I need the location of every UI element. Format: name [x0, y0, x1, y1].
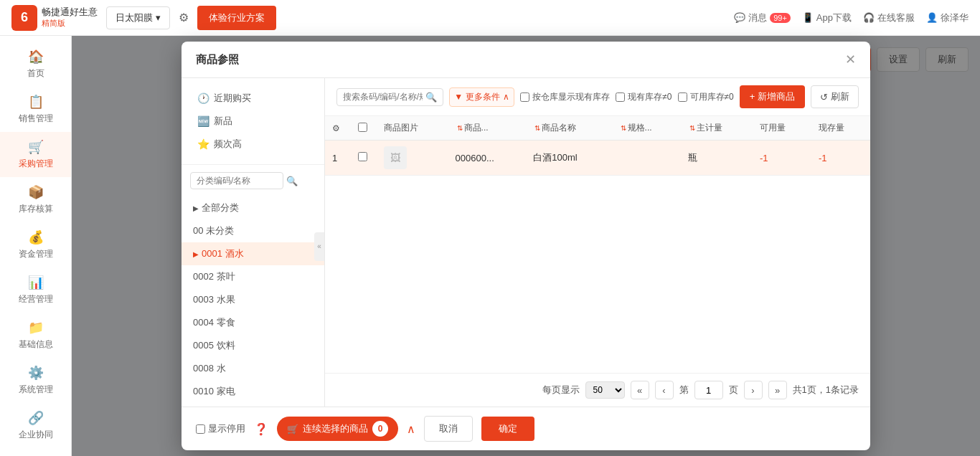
modal-close-button[interactable]: ✕ [845, 52, 856, 67]
logo-area: 6 畅捷通好生意 精简版 [11, 5, 98, 31]
select-all-checkbox[interactable] [358, 123, 367, 132]
modal-footer: 显示停用 ❓ 🛒 连续选择的商品 0 ∧ 取消 确定 [182, 407, 870, 450]
next-page-icon: › [751, 385, 754, 396]
th-checkbox[interactable] [351, 116, 377, 141]
page-size-select[interactable]: 50 10 20 100 [585, 381, 625, 399]
cat-item-0005[interactable]: 0005 饮料 [182, 334, 324, 357]
row-checkbox[interactable] [358, 152, 367, 161]
checkbox-available-not-zero[interactable]: 可用库存≠0 [678, 91, 734, 103]
cart-info[interactable]: 🛒 连续选择的商品 0 [277, 417, 398, 441]
th-unit[interactable]: ⇅ 主计量 [681, 116, 753, 141]
next-page-button[interactable]: › [744, 381, 763, 399]
last-page-icon: » [775, 385, 780, 396]
finance-icon: 💰 [28, 229, 44, 245]
sort-icon: ⇅ [457, 124, 463, 132]
divider [182, 164, 324, 165]
nav-app-download[interactable]: 📱 App下载 [802, 11, 852, 24]
cancel-button[interactable]: 取消 [424, 416, 473, 442]
sidebar-item-guide[interactable]: 🚀 新手引导 [0, 448, 71, 456]
image-placeholder-icon: 🖼 [390, 152, 400, 163]
sidebar-item-basic-info[interactable]: 📁 基础信息 [0, 313, 71, 358]
cat-item-0003[interactable]: 0003 水果 [182, 288, 324, 311]
nav-message[interactable]: 💬 消息 99+ [734, 11, 791, 24]
category-search-input[interactable] [190, 172, 283, 189]
checkbox-stock-input[interactable] [616, 92, 625, 102]
recent-item-new[interactable]: 🆕 新品 [190, 110, 316, 133]
sort-icon-spec: ⇅ [621, 124, 626, 132]
search-icon[interactable]: 🔍 [286, 176, 298, 186]
nav-dropdown-company[interactable]: 日太阳膜 ▾ [106, 6, 170, 29]
category-list: ▶ 全部分类 00 未分类 ▶ 0001 酒水 [182, 194, 324, 406]
more-conditions-button[interactable]: ▼ 更多条件 ∧ [449, 87, 514, 107]
goods-search-input[interactable] [343, 92, 423, 102]
th-settings[interactable]: ⚙ [325, 116, 351, 141]
sidebar-item-system[interactable]: ⚙️ 系统管理 [0, 358, 71, 403]
help-icon[interactable]: ❓ [254, 422, 268, 436]
sidebar-item-sales[interactable]: 📋 销售管理 [0, 87, 71, 132]
add-goods-button[interactable]: + 新增商品 [740, 85, 805, 108]
th-spec[interactable]: ⇅ 规格... [612, 116, 682, 141]
filter-bar: 🔍 ▼ 更多条件 ∧ 按仓库显示现有库存 [325, 78, 870, 116]
prev-page-button[interactable]: ‹ [655, 381, 674, 399]
cat-item-0008[interactable]: 0008 水 [182, 357, 324, 380]
th-code[interactable]: ⇅ 商品... [448, 116, 527, 141]
first-page-button[interactable]: « [631, 381, 649, 399]
category-search-row: 🔍 [182, 168, 324, 194]
cat-item-uncategorized[interactable]: 00 未分类 [182, 219, 324, 242]
table-row[interactable]: 1 🖼 000600... 白酒100ml [325, 141, 870, 176]
logo-icon: 6 [11, 5, 37, 31]
filter-icon: ▼ [454, 92, 463, 102]
nav-right: 💬 消息 99+ 📱 App下载 🎧 在线客服 👤 徐泽华 [734, 11, 969, 24]
collapse-cart-button[interactable]: ∧ [407, 422, 415, 436]
clock-icon: 🕐 [197, 92, 209, 104]
sidebar-item-purchase[interactable]: 🛒 采购管理 [0, 132, 71, 177]
cat-item-0001[interactable]: ▶ 0001 酒水 [182, 242, 324, 265]
gear-icon[interactable]: ⚙ [179, 11, 189, 24]
cat-item-0010[interactable]: 0010 家电 [182, 380, 324, 403]
td-checkbox[interactable] [351, 141, 377, 176]
checkbox-stock-not-zero[interactable]: 现有库存≠0 [616, 91, 672, 103]
arrow-icon-0001: ▶ [193, 250, 199, 258]
th-name[interactable]: ⇅ 商品名称 [526, 116, 611, 141]
cat-item-all[interactable]: ▶ 全部分类 [182, 196, 324, 219]
sidebar-item-management[interactable]: 📊 经营管理 [0, 267, 71, 313]
action-buttons: + 新增商品 ↺ 刷新 [740, 85, 859, 108]
user-icon: 👤 [926, 12, 938, 23]
goods-search-wrap: 🔍 [336, 88, 443, 106]
search-submit-icon[interactable]: 🔍 [425, 92, 437, 103]
cat-item-0004[interactable]: 0004 零食 [182, 311, 324, 334]
modal-overlay: 商品参照 ✕ 🕐 近期购买 [72, 36, 980, 456]
goods-reference-modal: 商品参照 ✕ 🕐 近期购买 [182, 42, 870, 450]
show-disabled-checkbox[interactable] [196, 424, 205, 434]
th-image: 商品图片 [377, 116, 448, 141]
th-available: 可用量 [753, 116, 811, 141]
td-unit: 瓶 [681, 141, 753, 176]
refresh-button[interactable]: ↺ 刷新 [811, 85, 859, 108]
show-disabled-checkbox-label[interactable]: 显示停用 [196, 422, 245, 435]
sidebar-item-inventory[interactable]: 📦 库存核算 [0, 177, 71, 222]
checkbox-show-by-warehouse[interactable]: 按仓库显示现有库存 [520, 91, 610, 103]
recent-item-recent-purchase[interactable]: 🕐 近期购买 [190, 87, 316, 110]
modal-body: 🕐 近期购买 🆕 新品 ⭐ 频次高 [182, 78, 870, 407]
th-stock: 现存量 [811, 116, 870, 141]
sort-icon-unit: ⇅ [689, 124, 695, 132]
nav-online-service[interactable]: 🎧 在线客服 [863, 11, 915, 24]
confirm-button[interactable]: 确定 [481, 417, 534, 441]
sidebar-item-finance[interactable]: 💰 资金管理 [0, 222, 71, 267]
sales-icon: 📋 [28, 94, 44, 110]
td-index: 1 [325, 141, 351, 176]
cat-item-0002[interactable]: 0002 茶叶 [182, 265, 324, 288]
checkbox-available-input[interactable] [678, 92, 687, 102]
sidebar-item-enterprise[interactable]: 🔗 企业协同 [0, 403, 71, 448]
sidebar-item-home[interactable]: 🏠 首页 [0, 42, 71, 87]
recent-item-frequent[interactable]: ⭐ 频次高 [190, 133, 316, 156]
exp-industry-button[interactable]: 体验行业方案 [197, 6, 276, 30]
collapse-left-panel-button[interactable]: « [314, 232, 324, 261]
nav-user[interactable]: 👤 徐泽华 [926, 11, 969, 24]
footer-left: 显示停用 [196, 422, 245, 435]
last-page-button[interactable]: » [768, 381, 787, 399]
goods-image: 🖼 [384, 146, 407, 169]
td-stock: -1 [811, 141, 870, 176]
page-number-input[interactable] [694, 381, 723, 399]
checkbox-warehouse-input[interactable] [520, 92, 529, 102]
